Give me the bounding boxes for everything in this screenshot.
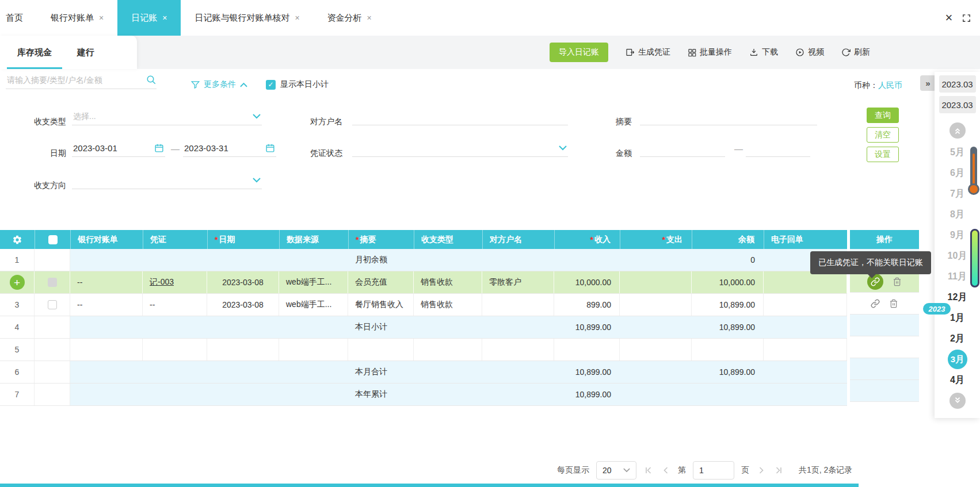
direction-select[interactable] <box>72 172 262 189</box>
close-icon[interactable]: × <box>945 11 952 24</box>
selected-month-bubble: 3月 <box>948 350 967 369</box>
delete-row-icon[interactable] <box>889 299 898 308</box>
amount-from-input[interactable] <box>640 140 725 157</box>
cell-source <box>279 339 348 361</box>
per-page-select[interactable]: 20 <box>596 461 636 480</box>
search-input[interactable] <box>6 75 146 85</box>
month-item-3月[interactable]: 3月 <box>935 349 980 370</box>
cell-type <box>414 361 482 383</box>
tab-close-icon[interactable]: × <box>99 13 104 22</box>
col-header-date[interactable]: *日期 <box>207 230 279 249</box>
page-number-input[interactable] <box>693 461 734 480</box>
cell-bank <box>70 361 143 383</box>
settings-button[interactable]: 设置 <box>867 147 899 162</box>
query-button[interactable]: 查询 <box>867 108 899 123</box>
refresh-button[interactable]: 刷新 <box>841 47 870 57</box>
top-tab-0[interactable]: 首页 <box>0 0 37 36</box>
top-tab-label: 银行对账单 <box>51 13 94 24</box>
cell-bank <box>70 384 143 405</box>
summary-label: 摘要 <box>586 117 632 127</box>
amount-to-input[interactable] <box>746 140 810 157</box>
checked-checkbox-icon[interactable]: ✓ <box>266 80 276 90</box>
col-header-summary[interactable]: *摘要 <box>348 230 414 249</box>
add-row-button[interactable]: + <box>10 275 25 290</box>
column-settings-icon[interactable] <box>0 230 35 249</box>
row-number-cell: 7 <box>0 384 35 405</box>
download-button[interactable]: 下载 <box>749 47 778 57</box>
col-header-label: 余额 <box>738 235 754 245</box>
account-tab-1[interactable]: 建行 <box>77 36 94 69</box>
select-all-checkbox[interactable] <box>35 230 70 249</box>
date-to-field[interactable]: 2023-03-31 <box>183 140 276 157</box>
summary-input[interactable] <box>640 108 817 125</box>
col-header-voucher[interactable]: 凭证 <box>143 230 207 249</box>
video-button[interactable]: 视频 <box>795 47 824 57</box>
row-checkbox-cell <box>35 361 70 383</box>
fullscreen-icon[interactable] <box>962 13 971 23</box>
next-page-button[interactable] <box>756 466 767 474</box>
cell-expense <box>620 271 692 293</box>
cell-expense <box>620 316 692 338</box>
table-row-1: 1月初余额0 <box>0 249 847 271</box>
top-tabbar: 首页银行对账单×日记账×日记账与银行对账单核对×资金分析× <box>0 0 938 36</box>
per-page-label: 每页显示 <box>557 465 589 476</box>
col-header-receipt[interactable]: 电子回单 <box>764 230 847 249</box>
top-tab-3[interactable]: 日记账与银行对账单核对× <box>181 0 313 36</box>
row-checkbox-cell <box>35 339 70 361</box>
col-header-expense[interactable]: *支出 <box>620 230 692 249</box>
voucher-link[interactable]: 记-003 <box>150 277 174 287</box>
date-from-field[interactable]: 2023-03-01 <box>72 140 165 157</box>
top-tab-4[interactable]: 资金分析× <box>314 0 386 36</box>
top-tab-2[interactable]: 日记账× <box>117 0 181 36</box>
top-tab-label: 资金分析 <box>327 13 362 24</box>
income-type-select[interactable]: 选择... <box>72 108 262 125</box>
cell-date <box>207 249 279 271</box>
tab-close-icon[interactable]: × <box>367 13 372 22</box>
tab-close-icon[interactable]: × <box>162 13 167 22</box>
col-header-source[interactable]: 数据来源 <box>279 230 348 249</box>
month-item-8月[interactable]: 8月 <box>935 204 980 225</box>
voucher-status-select[interactable] <box>352 140 568 157</box>
delete-row-icon[interactable] <box>893 277 902 286</box>
clear-button[interactable]: 清空 <box>867 127 899 143</box>
col-header-type[interactable]: 收支类型 <box>414 230 482 249</box>
amount-range-dash: — <box>734 144 743 154</box>
panel-collapse-icon[interactable]: » <box>920 75 936 91</box>
cell-summary: 餐厅销售收入 <box>348 294 414 316</box>
col-header-counterparty[interactable]: 对方户名 <box>482 230 554 249</box>
thermometer-orange-icon <box>970 147 977 190</box>
cell-balance <box>692 384 764 405</box>
col-header-balance[interactable]: 余额 <box>692 230 764 249</box>
scroll-up-button[interactable] <box>950 122 966 139</box>
cell-receipt <box>764 384 847 405</box>
account-tabbar: 库存现金建行 <box>0 36 137 69</box>
calendar-icon[interactable] <box>265 143 275 153</box>
tab-close-icon[interactable]: × <box>295 13 299 22</box>
calendar-icon[interactable] <box>154 143 164 153</box>
daily-subtotal-toggle[interactable]: ✓ 显示本日小计 <box>266 79 329 90</box>
batch-ops-button[interactable]: 批量操作 <box>688 47 732 57</box>
cell-source <box>279 384 348 405</box>
search-icon[interactable] <box>146 75 157 85</box>
cell-summary: 本月合计 <box>348 361 414 383</box>
col-header-label: 日期 <box>219 235 235 245</box>
first-page-button[interactable] <box>643 466 654 474</box>
row-checkbox[interactable] <box>48 278 57 287</box>
cell-date: 2023-03-08 <box>207 271 279 293</box>
col-header-income[interactable]: *收入 <box>554 230 620 249</box>
last-page-button[interactable] <box>773 466 784 474</box>
prev-page-button[interactable] <box>661 466 671 474</box>
link-voucher-icon[interactable] <box>871 299 880 308</box>
generate-voucher-button[interactable]: 生成凭证 <box>626 47 670 57</box>
counterparty-input[interactable] <box>352 108 568 125</box>
more-conditions-toggle[interactable]: 更多条件 <box>191 79 247 90</box>
col-header-bank[interactable]: 银行对账单 <box>70 230 143 249</box>
header-checkbox[interactable] <box>48 235 58 244</box>
account-tab-0[interactable]: 库存现金 <box>17 36 52 69</box>
import-journal-button[interactable]: 导入日记账 <box>550 43 608 62</box>
month-item-4月[interactable]: 4月 <box>935 370 980 390</box>
row-checkbox[interactable] <box>48 300 57 309</box>
month-item-2月[interactable]: 2月 <box>935 328 980 349</box>
scroll-down-button[interactable] <box>950 393 966 409</box>
top-tab-1[interactable]: 银行对账单× <box>37 0 117 36</box>
